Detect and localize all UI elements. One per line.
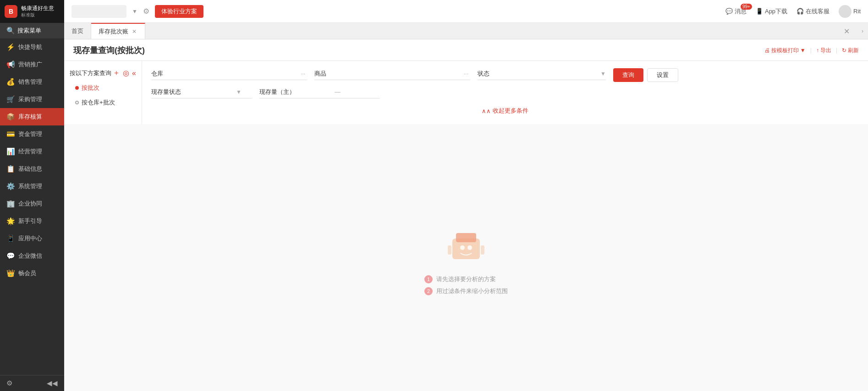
online-service-btn[interactable]: 🎧 在线客服 — [797, 7, 830, 16]
app-logo: B — [5, 5, 17, 18]
sidebar-label-finance: 资金管理 — [18, 130, 42, 138]
svg-point-3 — [467, 245, 472, 250]
sidebar-item-appstore[interactable]: 📱 应用中心 — [0, 230, 64, 247]
topbar: ▼ ⚙ 体验行业方案 💬 消息 99+ 📱 App下载 🎧 在线客服 Rit — [64, 0, 868, 23]
settings-icon[interactable]: ⚙ — [6, 379, 12, 387]
main-area: ▼ ⚙ 体验行业方案 💬 消息 99+ 📱 App下载 🎧 在线客服 Rit — [64, 0, 868, 391]
filter-row-1: 仓库 ··· 商品 ··· 状态 ▼ 查询 — [151, 67, 859, 82]
product-filter-group: 商品 ··· — [314, 69, 470, 80]
svg-rect-4 — [448, 245, 451, 255]
appstore-icon: 📱 — [6, 234, 15, 243]
collapse-sidebar-icon[interactable]: ◀◀ — [47, 379, 58, 387]
sidebar-label-wechat: 企业微信 — [18, 252, 42, 260]
settings-button[interactable]: 设置 — [647, 68, 678, 82]
sidebar-item-search-menu[interactable]: 🔍 搜索菜单 — [0, 23, 64, 38]
sidebar-label-search-menu: 搜索菜单 — [17, 27, 41, 35]
print-btn[interactable]: 🖨 按模板打印 ▼ — [764, 47, 806, 54]
empty-tip-1: 1 请先选择要分析的方案 — [424, 275, 508, 283]
phone-icon: 📱 — [756, 8, 763, 15]
sidebar-item-newbie[interactable]: 🌟 新手引导 — [0, 212, 64, 230]
headset-icon: 🎧 — [797, 8, 804, 15]
filter-scheme-by-batch-label: 按批次 — [82, 84, 99, 92]
filter-sidebar: 按以下方案查询 ＋ ◎ « 按批次 按仓库+批次 — [64, 61, 142, 124]
app-download-btn[interactable]: 📱 App下载 — [756, 7, 787, 16]
sidebar-item-operations[interactable]: 📊 经营管理 — [0, 143, 64, 160]
sidebar-item-purchase[interactable]: 🛒 采购管理 — [0, 91, 64, 108]
messages-badge: 99+ — [741, 4, 752, 10]
filter-sidebar-title: 按以下方案查询 — [70, 69, 111, 77]
sidebar-item-sales[interactable]: 💰 销售管理 — [0, 73, 64, 91]
warehouse-more-icon[interactable]: ··· — [299, 70, 307, 78]
stock-qty-to-input[interactable] — [343, 87, 380, 96]
status-filter-group: 状态 ▼ — [478, 69, 606, 80]
tab-inventory-batch[interactable]: 库存批次账 ✕ — [91, 23, 145, 39]
filter-scheme-by-batch[interactable]: 按批次 — [64, 81, 142, 95]
export-icon: ↑ — [816, 47, 819, 54]
warehouse-filter-group: 仓库 ··· — [151, 69, 307, 80]
product-more-icon[interactable]: ··· — [462, 70, 470, 78]
collapse-filter-icon[interactable]: « — [132, 69, 136, 77]
collapse-more-conditions-btn[interactable]: ∧∧ 收起更多条件 — [151, 104, 859, 118]
status-input[interactable] — [505, 69, 600, 78]
inactive-dot — [75, 101, 79, 104]
refresh-btn[interactable]: ↻ 刷新 — [842, 47, 859, 54]
tab-panel-arrow-icon[interactable]: › — [862, 28, 863, 34]
action-divider2: | — [836, 47, 837, 54]
sidebar-item-enterprise[interactable]: 🏢 企业协同 — [0, 195, 64, 212]
inventory-icon: 📦 — [6, 113, 15, 121]
try-industry-btn[interactable]: 体验行业方案 — [155, 5, 203, 18]
operations-icon: 📊 — [6, 147, 15, 156]
page-content: 现存量查询(按批次) 🖨 按模板打印 ▼ | ↑ 导出 | ↻ — [64, 39, 868, 391]
sidebar-item-basic[interactable]: 📋 基础信息 — [0, 160, 64, 178]
add-scheme-icon[interactable]: ＋ — [113, 68, 120, 78]
product-label: 商品 — [314, 70, 342, 78]
stock-qty-label: 现存量（主） — [259, 88, 295, 96]
stock-status-dropdown-arrow[interactable]: ▼ — [236, 89, 242, 95]
empty-illustration — [443, 220, 489, 266]
tab-panel-close-icon[interactable]: ✕ — [844, 27, 850, 35]
page-actions: 🖨 按模板打印 ▼ | ↑ 导出 | ↻ 刷新 — [764, 47, 859, 54]
sidebar: B 畅康通好生意 标准版 🔍 搜索菜单 ⚡ 快捷导航 📢 营销推广 💰 销售管理… — [0, 0, 64, 391]
tab-close-inventory-batch[interactable]: ✕ — [131, 27, 137, 36]
marketing-icon: 📢 — [6, 60, 15, 69]
settings-scheme-icon[interactable]: ◎ — [123, 69, 129, 77]
newbie-icon: 🌟 — [6, 217, 15, 225]
quick-nav-icon: ⚡ — [6, 43, 15, 51]
topbar-search-box[interactable] — [71, 5, 126, 18]
refresh-label: 刷新 — [848, 47, 859, 54]
topbar-dropdown-arrow[interactable]: ▼ — [132, 8, 137, 15]
user-profile[interactable]: Rit — [839, 5, 861, 18]
sidebar-label-appstore: 应用中心 — [18, 234, 42, 243]
status-dropdown-arrow[interactable]: ▼ — [600, 71, 606, 77]
svg-rect-1 — [456, 233, 476, 242]
empty-state: 1 请先选择要分析的方案 2 用过滤条件来缩小分析范围 — [64, 124, 868, 391]
filter-sidebar-actions: ＋ ◎ « — [113, 68, 136, 78]
print-dropdown-arrow[interactable]: ▼ — [800, 47, 806, 54]
topbar-settings-icon[interactable]: ⚙ — [143, 7, 149, 16]
sidebar-label-newbie: 新手引导 — [18, 217, 42, 225]
sidebar-item-quick-nav[interactable]: ⚡ 快捷导航 — [0, 38, 64, 56]
product-input[interactable] — [342, 69, 462, 78]
sidebar-item-inventory[interactable]: 📦 库存核算 — [0, 108, 64, 125]
filter-scheme-by-warehouse-batch[interactable]: 按仓库+批次 — [64, 95, 142, 110]
print-icon: 🖨 — [764, 47, 770, 54]
query-button[interactable]: 查询 — [613, 68, 643, 82]
tab-home[interactable]: 首页 — [64, 23, 91, 39]
enterprise-icon: 🏢 — [6, 200, 15, 208]
purchase-icon: 🛒 — [6, 95, 15, 103]
sidebar-item-system[interactable]: ⚙️ 系统管理 — [0, 178, 64, 195]
messages-btn[interactable]: 💬 消息 99+ — [725, 7, 747, 16]
wechat-icon: 💬 — [6, 252, 15, 260]
stock-status-input[interactable] — [181, 87, 236, 96]
sidebar-item-wechat[interactable]: 💬 企业微信 — [0, 247, 64, 265]
message-icon: 💬 — [725, 8, 733, 15]
warehouse-input[interactable] — [179, 69, 299, 78]
export-btn[interactable]: ↑ 导出 — [816, 47, 831, 54]
sidebar-item-vip[interactable]: 👑 畅会员 — [0, 265, 64, 282]
sidebar-item-finance[interactable]: 💳 资金管理 — [0, 125, 64, 143]
page-title-row: 现存量查询(按批次) 🖨 按模板打印 ▼ | ↑ 导出 | ↻ — [73, 45, 859, 60]
tab-inventory-batch-label: 库存批次账 — [99, 27, 128, 36]
collapse-label: 收起更多条件 — [493, 107, 528, 115]
sidebar-item-marketing[interactable]: 📢 营销推广 — [0, 56, 64, 73]
stock-qty-from-input[interactable] — [295, 87, 332, 96]
